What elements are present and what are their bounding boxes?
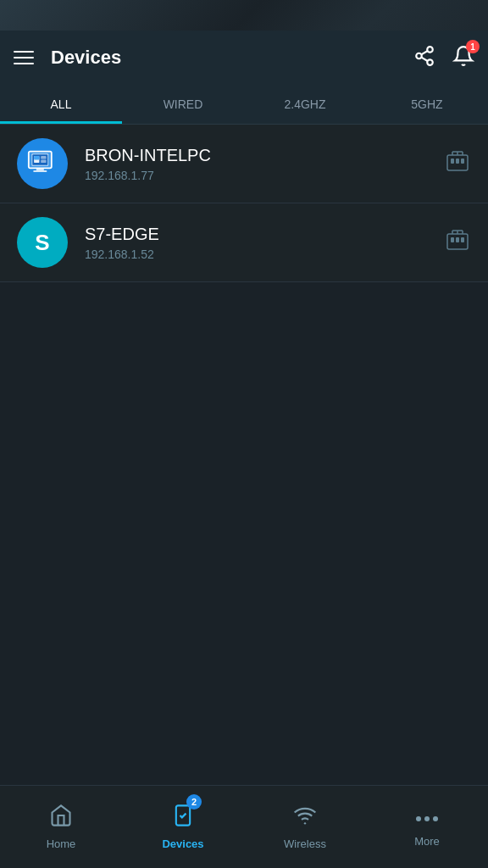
svg-rect-35 <box>461 237 464 242</box>
device-name-s7edge: S7-EDGE <box>85 225 444 244</box>
svg-rect-22 <box>41 156 46 159</box>
nav-label-wireless: Wireless <box>284 837 326 850</box>
device-item-bron[interactable]: BRON-INTELPC 192.168.1.77 <box>0 125 488 203</box>
device-avatar-s7edge: S <box>17 217 68 268</box>
svg-rect-33 <box>451 237 454 242</box>
filter-tabs: ALL WIRED 2.4GHZ 5GHZ <box>0 85 488 125</box>
device-avatar-bron <box>17 138 68 189</box>
svg-rect-25 <box>451 159 454 164</box>
svg-rect-34 <box>456 237 459 242</box>
device-name-bron: BRON-INTELPC <box>85 146 444 165</box>
tab-all[interactable]: ALL <box>0 85 122 124</box>
share-icon <box>413 45 435 67</box>
nav-label-more: More <box>414 835 440 848</box>
ethernet-icon-bron <box>444 148 471 179</box>
share-button[interactable] <box>413 45 435 70</box>
device-list: BRON-INTELPC 192.168.1.77 S S7-EDGE 192.… <box>0 125 488 282</box>
pc-icon <box>27 148 58 179</box>
svg-point-12 <box>427 59 433 65</box>
device-ip-bron: 192.168.1.77 <box>85 169 444 182</box>
device-info-s7edge: S7-EDGE 192.168.1.52 <box>85 225 444 261</box>
port-icon <box>444 148 471 175</box>
svg-rect-17 <box>36 168 44 170</box>
svg-rect-26 <box>456 159 459 164</box>
nav-item-devices[interactable]: 2 Devices <box>122 786 244 868</box>
svg-rect-18 <box>33 170 47 172</box>
home-svg <box>49 804 73 827</box>
tab-5ghz[interactable]: 5GHZ <box>366 85 488 124</box>
home-icon <box>49 804 73 832</box>
bottom-navigation: Home 2 Devices Wireless <box>0 785 488 868</box>
notification-button[interactable]: 1 <box>452 45 474 70</box>
svg-rect-21 <box>34 156 39 160</box>
nav-label-devices: Devices <box>162 837 203 850</box>
menu-button[interactable] <box>14 51 34 64</box>
svg-line-14 <box>421 51 427 54</box>
nav-label-home: Home <box>47 837 76 850</box>
ethernet-icon-s7edge <box>444 227 471 258</box>
device-info-bron: BRON-INTELPC 192.168.1.77 <box>85 146 444 182</box>
header-actions: 1 <box>413 45 474 70</box>
nav-item-wireless[interactable]: Wireless <box>244 786 366 868</box>
nav-item-more[interactable]: More <box>366 786 488 868</box>
notification-badge: 1 <box>466 40 480 53</box>
header: Devices 1 <box>0 31 488 85</box>
svg-line-13 <box>421 58 427 61</box>
more-svg <box>415 813 439 825</box>
nav-item-home[interactable]: Home <box>0 786 122 868</box>
wireless-icon <box>293 804 317 832</box>
tab-wired[interactable]: WIRED <box>122 85 244 124</box>
main-content-area <box>0 282 488 833</box>
svg-point-42 <box>304 822 306 824</box>
devices-badge: 2 <box>186 794 202 810</box>
device-item-s7edge[interactable]: S S7-EDGE 192.168.1.52 <box>0 203 488 282</box>
svg-rect-23 <box>41 160 46 164</box>
device-ip-s7edge: 192.168.1.52 <box>85 248 444 261</box>
svg-point-45 <box>433 816 438 821</box>
port-icon-2 <box>444 227 471 254</box>
wireless-svg <box>293 804 317 827</box>
svg-point-11 <box>416 53 422 59</box>
tab-2.4ghz[interactable]: 2.4GHZ <box>244 85 366 124</box>
svg-point-10 <box>427 47 433 53</box>
page-title: Devices <box>51 47 413 69</box>
more-icon <box>415 806 439 830</box>
svg-point-44 <box>424 816 430 821</box>
svg-rect-27 <box>461 159 464 164</box>
svg-point-43 <box>416 816 421 821</box>
